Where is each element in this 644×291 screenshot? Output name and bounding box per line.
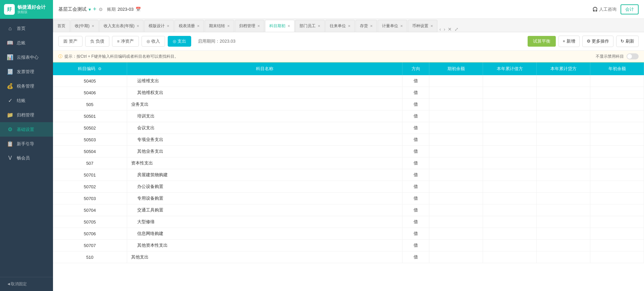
sidebar-item-ledger[interactable]: 📖总账 [0,36,53,50]
tab-close-inventory[interactable]: ✕ [370,24,373,28]
cell-name: 其他业务支出 [127,146,402,157]
sidebar-item-archive[interactable]: 📁归档管理 [0,108,53,122]
table-row[interactable]: 505业务支出借 [53,99,644,110]
cell-name: 专项业务支出 [127,134,402,146]
add-button[interactable]: + 新增 [558,36,580,47]
tab-inventory[interactable]: 存货✕ [356,20,377,32]
tab-measure[interactable]: 计量单位✕ [378,20,407,32]
table-row[interactable]: 50701房屋建筑物购建借 [53,169,644,181]
tab-close-measure[interactable]: ✕ [400,24,403,28]
disable-toggle[interactable] [627,53,639,59]
close-icon: ✓ [7,97,13,104]
tab-close-yearend[interactable]: ✕ [227,24,230,28]
tab-currency[interactable]: 币种设置✕ [408,20,437,32]
tab-nav-left[interactable]: ‹ [438,27,442,32]
tab-close-period[interactable]: ✕ [92,24,94,28]
tab-close-template[interactable]: ✕ [167,24,169,28]
tab-close-all[interactable]: ✕ [446,27,453,32]
cat-tab-liability[interactable]: 负负债 [85,36,109,47]
table-row[interactable]: 507资本性支出借 [53,157,644,169]
cell-credit [537,146,590,157]
sidebar-footer[interactable]: ◄取消固定 [0,277,53,291]
tab-close-annual[interactable]: ✕ [137,24,139,28]
tab-home[interactable]: 首页 [53,20,70,32]
gear-icon[interactable]: ⚙ [98,66,102,71]
tab-archivemgr[interactable]: 归档管理✕ [235,20,264,32]
table-row[interactable]: 50702办公设备购置借 [53,181,644,193]
dropdown-icon[interactable]: ▾ [89,7,91,12]
cell-name: 资本性支出 [127,157,402,169]
tab-close-unit[interactable]: ✕ [348,24,351,28]
sidebar-item-close[interactable]: ✓结账 [0,93,53,108]
tab-close-dept[interactable]: ✕ [318,24,320,28]
tab-expand[interactable]: ⤢ [453,27,460,32]
cat-label-income: 收入 [151,38,160,44]
cell-name: 其他维权支出 [127,87,402,99]
sidebar-item-invoice[interactable]: 🧾发票管理 [0,64,53,79]
tab-close-taxclear[interactable]: ✕ [197,24,200,28]
sidebar-item-guide[interactable]: 📋新手引导 [0,137,53,151]
table-row[interactable]: 50707其他资本性支出借 [53,240,644,251]
table-row[interactable]: 50704交通工具购置借 [53,204,644,216]
cell-balance [429,110,483,122]
balance-button[interactable]: 试算平衡 [528,36,556,47]
calendar-icon[interactable]: 📅 [136,7,141,12]
tabbar: 首页收(中期)✕收入支出表(年报)✕模版设计✕税表清册✕期末结转✕归档管理✕科目… [53,19,644,32]
service-button[interactable]: 🎧 人工咨询 [592,6,616,12]
account-button[interactable]: 会计 [621,4,639,14]
cat-label-liability: 负债 [96,38,104,44]
tab-subject[interactable]: 科目期初✕ [265,20,294,32]
tab-unit[interactable]: 往来单位✕ [325,20,355,32]
table-row[interactable]: 50406其他维权支出借 [53,87,644,99]
cell-balance [429,157,483,169]
table-row[interactable]: 50503专项业务支出借 [53,134,644,146]
table-row[interactable]: 50705大型修缮借 [53,216,644,228]
tab-close-archivemgr[interactable]: ✕ [257,24,260,28]
tab-annual[interactable]: 收入支出表(年报)✕ [99,20,144,32]
sidebar-item-home[interactable]: ⌂首页 [0,21,53,36]
sidebar-nav: ⌂首页📖总账📊云报表中心🧾发票管理💰税务管理✓结账📁归档管理⚙基础设置📋新手引导… [0,19,53,277]
settings-icon[interactable]: ⚙ [99,7,103,12]
tab-dept[interactable]: 部门员工✕ [295,20,325,32]
cell-dir: 借 [402,87,429,99]
table-row[interactable]: 50504其他业务支出借 [53,146,644,157]
cat-tab-income[interactable]: ◎收入 [142,36,165,47]
sidebar-item-tax[interactable]: 💰税务管理 [0,79,53,93]
more-button[interactable]: ⚙ 更多操作 [582,36,614,47]
cell-yearstart [590,75,644,87]
tab-taxclear[interactable]: 税表清册✕ [174,20,204,32]
table-row[interactable]: 50502会议支出借 [53,122,644,134]
cell-yearstart [590,228,644,240]
cell-dir: 借 [402,216,429,228]
cat-tab-asset[interactable]: 圆资产 [58,36,83,47]
table-row[interactable]: 50703专用设备购置借 [53,193,644,204]
add-icon[interactable]: + [93,6,97,13]
cell-code: 50406 [53,87,127,99]
cat-tab-expense[interactable]: ◎支出 [168,36,191,47]
tab-close-currency[interactable]: ✕ [430,24,433,28]
sidebar-item-reports[interactable]: 📊云报表中心 [0,50,53,64]
cat-tab-net[interactable]: ≡净资产 [112,36,139,47]
cell-name: 会议支出 [127,122,402,134]
settings-icon: ⚙ [7,126,13,133]
tab-nav-right[interactable]: › [442,27,447,32]
cell-dir: 借 [402,228,429,240]
table-row[interactable]: 50706信息网络购建借 [53,228,644,240]
tab-label-dept: 部门员工 [300,23,316,29]
table-row[interactable]: 510其他支出借 [53,251,644,263]
tab-period[interactable]: 收(中期)✕ [70,20,99,32]
reports-icon: 📊 [7,54,13,60]
table-row[interactable]: 50405运维维支出借 [53,75,644,87]
category-tabs-bar: 圆资产负负债≡净资产◎收入◎支出启用期间：2023.03 试算平衡 + 新增 ⚙… [53,32,644,51]
sidebar-label-reports: 云报表中心 [17,54,39,60]
tab-close-subject[interactable]: ✕ [287,24,290,28]
refresh-button[interactable]: ↻ 刷新 [616,36,639,47]
sidebar-item-member[interactable]: V畅会员 [0,151,53,165]
cat-label-asset: 资产 [69,38,77,44]
table-row[interactable]: 50501培训支出借 [53,110,644,122]
tab-template[interactable]: 模版设计✕ [144,20,174,32]
tab-yearend[interactable]: 期末结转✕ [205,20,234,32]
income-cat-icon: ◎ [147,39,150,44]
cell-code: 50504 [53,146,127,157]
sidebar-item-settings[interactable]: ⚙基础设置 [0,122,53,137]
